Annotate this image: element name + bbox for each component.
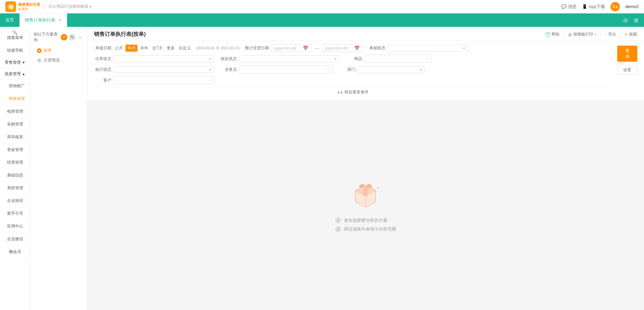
goods-select[interactable]: ··· [364,55,431,63]
page-label[interactable]: 办公用品行业模拟账套 ▾ [48,4,91,9]
content-area: 按以下方案查询 + ✎ « ● 按单 ● 欠货情况 销售订单执行表(按单) [30,27,644,310]
tip-text-1: 请先选择要分析的方案 [344,217,387,223]
retail-arrow-icon: ▼ [22,61,25,64]
calendar-start-icon[interactable]: 📅 [303,46,308,51]
header-left: 销 畅捷通好生意 标准版 | 办公用品行业模拟账套 ▾ [5,1,91,12]
sidebar-item-quicknav[interactable]: 快捷导航 [0,44,30,57]
payment-status-select[interactable]: ▾ [239,55,339,62]
sidebar-item-finance[interactable]: 资金管理 [0,144,30,156]
scheme-item-press[interactable]: ● 按单 [30,46,87,55]
sidebar-item-basic[interactable]: 基础信息 [0,169,30,182]
customer-select[interactable]: ··· [113,76,214,84]
filter-date: 单据日期 上月 本月 本年 近7天 更多 自定义 2023-03-01 至 20… [94,45,239,52]
sidebar-item-app-center[interactable]: 应用中心 [0,220,30,233]
filter-row-3: 执行状态 ▾ 业务员 ··· [94,65,612,73]
date-btn-more[interactable]: 更多 [165,45,176,52]
date-btn-custom[interactable]: 自定义 [177,45,192,52]
tip-num-1: 1 [335,217,341,223]
tip-text-2: 用过滤条件来缩小分析范围 [344,226,396,232]
sidebar-item-wholesale[interactable]: 批发管理 ▲ [0,68,30,80]
sidebar-item-search[interactable]: 🔍 搜索菜单 [0,27,30,44]
sidebar-item-purchase[interactable]: 采购管理 [0,118,30,131]
collapse-up-icon: ∧∧ [337,90,343,95]
brand-icon: 销 [5,1,16,12]
tab-bar-right: ⊟ ⊞ [621,16,644,24]
dept-select[interactable]: ▾ [358,66,425,73]
collapse-filter-button[interactable]: ∧∧ 收起更多条件 [94,87,612,97]
sidebar-item-operation[interactable]: 经营管理 [0,156,30,169]
brand-logo[interactable]: 销 畅捷通好生意 标准版 [5,1,40,12]
help-button[interactable]: ? 帮助 [545,32,559,37]
sidebar-item-wechat[interactable]: 企业微信 [0,233,30,246]
date-quick-btns: 上月 本月 本年 近7天 更多 自定义 [113,45,192,52]
filter-exec-status: 执行状态 ▾ [94,66,214,73]
export-button[interactable]: ↑ 导出 [605,32,616,37]
svg-marker-7 [363,185,368,196]
query-button[interactable]: 查询 [617,46,637,62]
scheme-item-debt[interactable]: ● 欠货情况 [30,55,87,65]
tab-home[interactable]: 首页 [0,13,19,27]
add-scheme-button[interactable]: + [61,34,67,41]
salesperson-select[interactable]: ··· [239,65,333,73]
filter-goods: 商品 ··· [345,55,431,63]
date-btn-7days[interactable]: 近7天 [151,45,164,52]
date-btn-last-month[interactable]: 上月 [113,45,124,52]
filter-row-2: 出库状态 ▾ 收款状态 ▾ [94,55,612,63]
sidebar-item-ecommerce[interactable]: 电商管理 [0,105,30,118]
doc-status-arrow-icon: ▾ [463,46,465,50]
username[interactable]: demo2 [625,4,639,9]
app-download-action[interactable]: 📱 App下载 [582,4,605,10]
wholesale-arrow-icon: ▲ [22,72,25,76]
salesperson-more-icon[interactable]: ··· [326,67,330,72]
expected-date-end-input[interactable]: yyyy-mm-dd 📅 [322,44,363,52]
customer-more-icon[interactable]: ··· [208,78,211,83]
sidebar-item-system[interactable]: 系统管理 [0,182,30,195]
filter-payment-status: 收款状态 ▾ [219,55,339,62]
empty-tips: 1 请先选择要分析的方案 2 用过滤条件来缩小分析范围 [335,217,396,232]
query-settings-group: 查询 设置 [612,44,637,75]
sidebar-item-enterprise[interactable]: 企业协同 [0,195,30,207]
user-avatar[interactable]: Ea [610,2,620,11]
print-button[interactable]: 🖨 按模板打印 ▾ [568,32,596,37]
date-btn-this-month[interactable]: 本月 [125,45,138,52]
sidebar-item-member[interactable]: 畅会员 [0,246,30,258]
date-range-display: 2023-03-01 至 2023-03-31 [196,46,240,51]
filter-stock-status: 出库状态 ▾ [94,55,214,62]
tab-sales-order[interactable]: 销售订单执行表 ✕ [19,13,67,27]
page-title: 销售订单执行表(按单) [94,31,146,38]
date-btn-this-year[interactable]: 本年 [139,45,150,52]
settings-button[interactable]: 设置 [617,65,637,75]
tab-fullscreen-icon[interactable]: ⊞ [632,16,640,24]
exec-status-select[interactable]: ▾ [113,66,214,73]
search-icon: 🔍 [12,30,17,35]
tab-close-icon[interactable]: ✕ [59,18,62,22]
sidebar-item-sales[interactable]: 销售管理 [0,93,30,105]
tab-minimize-icon[interactable]: ⊟ [621,16,629,24]
filter-row-1: 单据日期 上月 本月 本年 近7天 更多 自定义 2023-03-01 至 20… [94,44,612,52]
goods-more-icon[interactable]: ··· [425,56,428,61]
expected-date-start-input[interactable]: yyyy-mm-dd 📅 [271,44,311,52]
edit-scheme-button[interactable]: ✎ [69,34,75,41]
svg-point-12 [352,195,353,196]
sidebar-item-inventory[interactable]: 库存核算 [0,131,30,144]
refresh-icon: ↻ [625,32,628,37]
divider-2 [600,32,601,37]
doc-status-select[interactable]: ▾ [387,45,468,52]
sidebar: 🔍 搜索菜单 快捷导航 零售管理 ▼ 批发管理 ▲ 营销推广 销售管理 电商管理… [0,27,30,310]
left-panel-actions: + ✎ « [61,34,84,41]
divider-3 [620,32,621,37]
refresh-button[interactable]: ↻ 刷新 [625,32,637,37]
message-action[interactable]: 💬 消息 [561,4,577,10]
calendar-end-icon[interactable]: 📅 [354,46,360,51]
collapse-panel-button[interactable]: « [77,34,84,41]
exec-status-arrow-icon: ▾ [209,68,211,71]
empty-state: 1 请先选择要分析的方案 2 用过滤条件来缩小分析范围 [322,165,410,246]
svg-point-11 [379,191,380,193]
payment-status-arrow-icon: ▾ [335,57,336,61]
sidebar-item-newbie[interactable]: 新手引导 [0,207,30,220]
filter-area: 单据日期 上月 本月 本年 近7天 更多 自定义 2023-03-01 至 20… [87,41,644,101]
sidebar-item-marketing[interactable]: 营销推广 [0,80,30,93]
stock-status-select[interactable]: ▾ [113,55,214,62]
sidebar-item-retail[interactable]: 零售管理 ▼ [0,57,30,68]
filter-doc-status: 单据状态 ▾ [368,45,468,52]
